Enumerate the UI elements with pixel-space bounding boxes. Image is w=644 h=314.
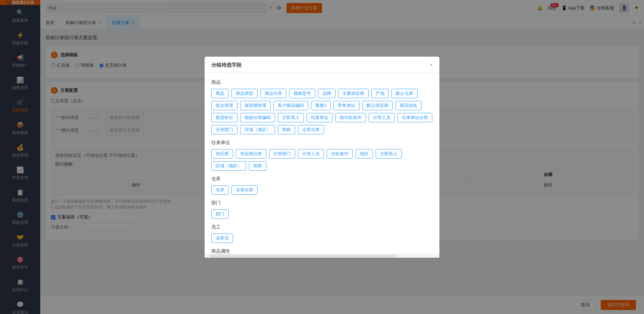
field-tag[interactable]: 默认供应商 <box>362 101 393 110</box>
field-tag[interactable]: 部门 <box>211 209 229 219</box>
field-group-title: 商品属性 <box>211 248 433 254</box>
field-tag[interactable]: 区域（地区） <box>211 161 246 171</box>
modal-title: 分组待选字段 <box>211 62 241 68</box>
field-tag[interactable]: 供应商分类 <box>236 149 266 159</box>
field-tags: 供应商供应商分类分管部门分管人员付款条件地区主联系人区域（地区）简称 <box>211 149 433 171</box>
modal-bottom-scroll[interactable] <box>205 254 439 258</box>
modal-close-icon[interactable]: × <box>430 62 433 68</box>
modal-header: 分组待选字段 × <box>205 57 439 73</box>
field-tag[interactable]: 商品类型 <box>231 89 258 98</box>
field-tag[interactable]: 品牌 <box>318 89 335 98</box>
field-tag[interactable]: 默认仓库 <box>391 89 418 98</box>
field-tag[interactable]: 拣货积分 <box>211 113 237 122</box>
field-tag[interactable]: 商品 <box>211 89 229 98</box>
field-tag[interactable]: 保质期管理 <box>240 101 271 110</box>
field-tag[interactable]: 仓库分类 <box>231 185 258 195</box>
field-tag[interactable]: 主联系人 <box>376 149 402 159</box>
field-tag[interactable]: 批次管理 <box>211 101 237 110</box>
field-tag[interactable]: 重量3 <box>311 101 331 110</box>
field-tags: 仓库仓库分类 <box>211 185 433 195</box>
modal-body: 商品商品商品类型商品分类规格型号品牌主要供应商产地默认仓库批次管理保质期管理客户… <box>205 73 439 254</box>
field-tag[interactable]: 主联系人 <box>278 113 304 122</box>
field-tag[interactable]: 仓库分类 <box>298 125 324 134</box>
scroll-track <box>209 254 397 258</box>
field-tag[interactable]: 地区 <box>356 149 373 159</box>
field-tag[interactable]: 客户商品编码 <box>273 101 308 110</box>
field-tag[interactable]: 规格型号 <box>289 89 315 98</box>
field-tag[interactable]: 商品别名 <box>395 101 422 110</box>
field-tag[interactable]: 税收分类编码 <box>240 113 275 122</box>
field-tag[interactable]: 分管人员 <box>369 113 395 122</box>
field-group-title: 仓库 <box>211 176 433 182</box>
field-tag[interactable]: 付款条件 <box>327 149 353 159</box>
field-tag[interactable]: 简称 <box>249 161 266 171</box>
field-tag[interactable]: 产地 <box>371 89 389 98</box>
field-tag[interactable]: 收付款条件 <box>335 113 366 122</box>
field-group-title: 商品 <box>211 79 433 85</box>
field-tag[interactable]: 往来单位分类 <box>397 113 432 122</box>
field-tag[interactable]: 分管部门 <box>269 149 295 159</box>
field-group-title: 部门 <box>211 200 433 206</box>
field-tag[interactable]: 结算单位 <box>307 113 333 122</box>
field-tags: 商品商品类型商品分类规格型号品牌主要供应商产地默认仓库批次管理保质期管理客户商品… <box>211 89 433 134</box>
field-group-title: 员工 <box>211 224 433 230</box>
field-group-title: 往来单位 <box>211 140 433 146</box>
field-tag[interactable]: 主要供应商 <box>338 89 369 98</box>
field-tag[interactable]: 零售单位 <box>333 101 360 110</box>
field-tag[interactable]: 业务员 <box>211 234 233 243</box>
field-tag[interactable]: 供应商 <box>211 149 233 159</box>
field-tags: 部门 <box>211 209 433 219</box>
field-tag[interactable]: 商品分类 <box>260 89 286 98</box>
field-tag[interactable]: 仓库 <box>211 185 229 195</box>
field-tag[interactable]: 区域（地区） <box>240 125 275 134</box>
field-tag[interactable]: 分管部门 <box>211 125 237 134</box>
field-select-modal: 分组待选字段 × 商品商品商品类型商品分类规格型号品牌主要供应商产地默认仓库批次… <box>205 57 439 258</box>
field-tag[interactable]: 分管人员 <box>298 149 324 159</box>
field-tag[interactable]: 简称 <box>278 125 295 134</box>
field-tags: 业务员 <box>211 234 433 243</box>
